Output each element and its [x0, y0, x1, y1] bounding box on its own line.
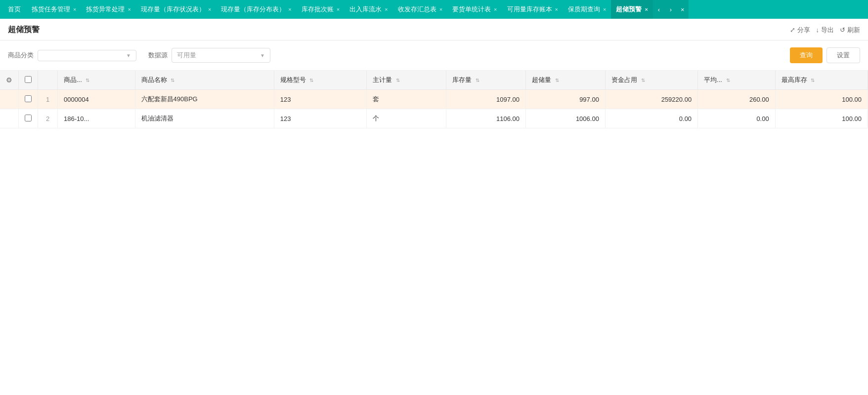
- nav-tab-label-9: 保质期查询: [568, 5, 600, 14]
- th-spec[interactable]: 规格型号 ⇅: [274, 71, 366, 90]
- nav-tab-close-3[interactable]: ×: [288, 6, 291, 12]
- nav-close-arrow[interactable]: ×: [677, 0, 689, 19]
- table-container: ⚙ 商品... ⇅ 商品名称 ⇅ 规格型号: [0, 71, 868, 128]
- nav-tab-3[interactable]: 现存量（库存分布表） ×: [216, 0, 296, 19]
- td-product-name-0: 六配套新昌490BPG: [135, 90, 274, 109]
- td-product-code-0: 0000004: [58, 90, 135, 109]
- sort-icon-product-code: ⇅: [86, 78, 89, 83]
- th-overstock[interactable]: 超储量 ⇅: [525, 71, 605, 90]
- table-header-row: ⚙ 商品... ⇅ 商品名称 ⇅ 规格型号: [0, 71, 868, 90]
- th-max-stock[interactable]: 最高库存 ⇅: [775, 71, 868, 90]
- th-row-num: [38, 71, 58, 90]
- td-unit-0: 套: [367, 90, 446, 109]
- nav-tab-9[interactable]: 保质期查询 ×: [563, 0, 611, 19]
- datasource-select-arrow-icon: ▼: [260, 53, 265, 58]
- th-product-code[interactable]: 商品... ⇅: [58, 71, 135, 90]
- datasource-label: 数据源: [148, 51, 168, 60]
- nav-tab-7[interactable]: 要货单统计表 ×: [447, 0, 502, 19]
- sort-icon-overstock: ⇅: [555, 78, 559, 83]
- td-gear-0: [0, 90, 19, 109]
- refresh-label: 刷新: [847, 26, 860, 35]
- query-button[interactable]: 查询: [790, 47, 823, 63]
- nav-tab-label-10: 超储预警: [616, 5, 642, 14]
- nav-tab-close-6[interactable]: ×: [439, 6, 442, 12]
- sort-icon-avg: ⇅: [726, 78, 730, 83]
- share-label: 分享: [797, 26, 810, 35]
- td-stock-0: 1097.00: [446, 90, 526, 109]
- td-stock-1: 1106.00: [446, 109, 526, 128]
- th-product-code-label: 商品...: [64, 76, 82, 83]
- export-icon: ↓: [816, 26, 820, 34]
- nav-tab-close-2[interactable]: ×: [208, 6, 211, 12]
- nav-home[interactable]: 首页: [2, 0, 27, 19]
- row-checkbox-0[interactable]: [25, 95, 32, 102]
- sort-icon-spec: ⇅: [309, 78, 313, 83]
- nav-tab-1[interactable]: 拣货异常处理 ×: [81, 0, 135, 19]
- category-select-arrow-icon: ▼: [126, 53, 131, 58]
- th-unit[interactable]: 主计量 ⇅: [367, 71, 446, 90]
- nav-tab-label-2: 现存量（库存状况表）: [141, 5, 205, 14]
- th-stock[interactable]: 库存量 ⇅: [446, 71, 526, 90]
- th-stock-label: 库存量: [452, 76, 472, 83]
- nav-tab-close-9[interactable]: ×: [603, 6, 606, 12]
- share-button[interactable]: ⤢ 分享: [790, 26, 810, 35]
- th-product-name[interactable]: 商品名称 ⇅: [135, 71, 274, 90]
- nav-tab-label-1: 拣货异常处理: [86, 5, 125, 14]
- nav-tab-close-4[interactable]: ×: [337, 6, 340, 12]
- nav-tab-label-8: 可用量库存账本: [507, 5, 552, 14]
- td-unit-1: 个: [367, 109, 446, 128]
- refresh-button[interactable]: ↺ 刷新: [840, 26, 860, 35]
- nav-prev-arrow[interactable]: ‹: [653, 0, 665, 19]
- nav-tab-close-1[interactable]: ×: [128, 6, 130, 12]
- nav-tab-4[interactable]: 库存批次账 ×: [297, 0, 345, 19]
- td-product-code-1: 186-10...: [58, 109, 135, 128]
- td-row-num-1: 2: [38, 109, 58, 128]
- td-max-stock-0: 100.00: [775, 90, 868, 109]
- nav-tab-close-8[interactable]: ×: [555, 6, 558, 12]
- nav-tab-8[interactable]: 可用量库存账本 ×: [502, 0, 563, 19]
- category-select[interactable]: ▼: [38, 50, 136, 61]
- row-checkbox-1[interactable]: [25, 115, 32, 121]
- td-checkbox-0[interactable]: [19, 90, 38, 109]
- td-capital-usage-1: 0.00: [605, 109, 697, 128]
- th-product-name-label: 商品名称: [141, 76, 167, 83]
- th-checkbox[interactable]: [19, 71, 38, 90]
- nav-tab-10[interactable]: 超储预警 ×: [611, 0, 652, 19]
- nav-tab-label-4: 库存批次账: [302, 5, 334, 14]
- td-spec-1: 123: [274, 109, 366, 128]
- td-row-num-0: 1: [38, 90, 58, 109]
- gear-icon[interactable]: ⚙: [6, 76, 12, 84]
- td-product-name-1: 机油滤清器: [135, 109, 274, 128]
- td-overstock-0: 997.00: [525, 90, 605, 109]
- datasource-select[interactable]: 可用量 ▼: [172, 48, 270, 63]
- th-avg[interactable]: 平均... ⇅: [698, 71, 776, 90]
- page-actions: ⤢ 分享 ↓ 导出 ↺ 刷新: [790, 26, 861, 35]
- td-spec-0: 123: [274, 90, 366, 109]
- select-all-checkbox[interactable]: [25, 76, 32, 83]
- table-row: 1 0000004 六配套新昌490BPG 123 套 1097.00 997.…: [0, 90, 868, 109]
- category-filter-group: 商品分类 ▼: [8, 50, 136, 61]
- th-capital-usage[interactable]: 资金占用 ⇅: [605, 71, 697, 90]
- export-button[interactable]: ↓ 导出: [816, 26, 834, 35]
- th-unit-label: 主计量: [373, 76, 392, 83]
- settings-button[interactable]: 设置: [826, 47, 860, 63]
- td-checkbox-1[interactable]: [19, 109, 38, 128]
- page-wrapper: 超储预警 ⤢ 分享 ↓ 导出 ↺ 刷新 商品分类 ▼ 数据源: [0, 19, 868, 395]
- nav-tab-0[interactable]: 拣货任务管理 ×: [27, 0, 81, 19]
- nav-tab-close-5[interactable]: ×: [385, 6, 388, 12]
- filter-actions: 查询 设置: [790, 47, 860, 63]
- sort-icon-capital-usage: ⇅: [641, 78, 645, 83]
- th-gear[interactable]: ⚙: [0, 71, 19, 90]
- nav-next-arrow[interactable]: ›: [665, 0, 677, 19]
- table-row: 2 186-10... 机油滤清器 123 个 1106.00 1006.00 …: [0, 109, 868, 128]
- nav-tab-6[interactable]: 收发存汇总表 ×: [393, 0, 447, 19]
- nav-tab-2[interactable]: 现存量（库存状况表） ×: [136, 0, 216, 19]
- nav-tab-close-0[interactable]: ×: [73, 6, 76, 12]
- th-overstock-label: 超储量: [532, 76, 551, 83]
- nav-tab-close-10[interactable]: ×: [645, 6, 648, 12]
- nav-tab-label-7: 要货单统计表: [452, 5, 491, 14]
- nav-tab-5[interactable]: 出入库流水 ×: [345, 0, 392, 19]
- td-max-stock-1: 100.00: [775, 109, 868, 128]
- filter-area: 商品分类 ▼ 数据源 可用量 ▼ 查询 设置: [0, 40, 868, 71]
- nav-tab-close-7[interactable]: ×: [494, 6, 497, 12]
